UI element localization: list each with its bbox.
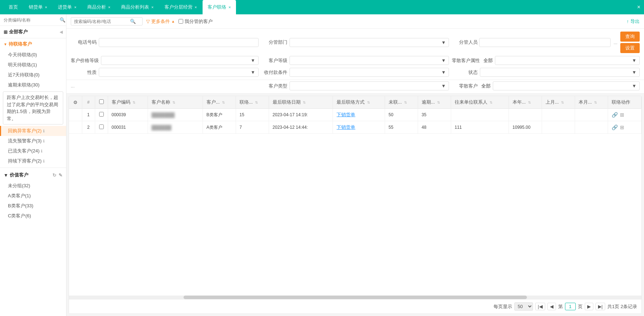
nav-tab-sales[interactable]: 销货单 × bbox=[24, 0, 52, 14]
th-name[interactable]: 客户名称 ⇅ bbox=[148, 96, 203, 109]
my-customers-checkbox[interactable] bbox=[179, 19, 183, 24]
export-btn[interactable]: ↑ 导出 bbox=[627, 18, 640, 25]
th-unpaid[interactable]: 未联... ⇅ bbox=[385, 96, 418, 109]
nav-tab-customer-tier[interactable]: 客户分层经营 × bbox=[159, 0, 202, 14]
next-page-btn[interactable]: ▶ bbox=[585, 303, 593, 310]
toolbar-search-btn[interactable]: 🔍 bbox=[130, 19, 136, 24]
action-more-1[interactable]: ⊞ bbox=[620, 112, 624, 118]
sidebar-search-input[interactable] bbox=[4, 18, 57, 23]
sidebar-item-c-class[interactable]: C类客户(6) bbox=[0, 211, 66, 221]
filter-customer-level-select[interactable]: ▼ bbox=[289, 56, 449, 65]
close-analysis-list-tab[interactable]: × bbox=[151, 5, 153, 9]
query-button[interactable]: 查询 bbox=[620, 32, 640, 42]
prev-page-btn[interactable]: ◀ bbox=[547, 303, 556, 310]
current-page[interactable]: 1 bbox=[565, 303, 576, 310]
th-last-month[interactable]: 上月... ⇅ bbox=[542, 96, 575, 109]
action-link-1[interactable]: 🔗 bbox=[612, 112, 618, 118]
export-icon: ↑ bbox=[627, 19, 629, 24]
table-horizontal-scrollbar[interactable] bbox=[69, 296, 641, 299]
sidebar-collapse-icon[interactable]: ◀ bbox=[60, 30, 62, 34]
scroll-thumb[interactable] bbox=[184, 296, 527, 299]
td-checkbox-2[interactable] bbox=[95, 121, 108, 134]
toolbar-search-box[interactable]: 🔍 bbox=[71, 17, 143, 25]
filter-gender-select[interactable]: ▼ bbox=[99, 68, 259, 77]
filter-manager-input[interactable] bbox=[479, 38, 611, 47]
th-this-month[interactable]: 本月... ⇅ bbox=[575, 96, 608, 109]
sidebar-item-7days[interactable]: 近7天待联络(0) bbox=[0, 70, 66, 80]
filter-retail-attr-select[interactable]: ▼ bbox=[495, 56, 640, 65]
row-checkbox-2[interactable] bbox=[99, 124, 104, 129]
td-last-method-1[interactable]: 下销货单 bbox=[333, 109, 385, 121]
th-overdue[interactable]: 逾期... ⇅ bbox=[418, 96, 451, 109]
filter-customer-type-select[interactable]: ▼ bbox=[289, 81, 449, 90]
customer-type-chevron: ▼ bbox=[441, 83, 446, 89]
td-year-1 bbox=[509, 109, 542, 121]
sidebar-item-overdue[interactable]: 逾期未联络(30) bbox=[0, 80, 66, 90]
sidebar-item-today[interactable]: 今天待联络(0) bbox=[0, 50, 66, 60]
td-last-method-2[interactable]: 下销货单 bbox=[333, 121, 385, 134]
table-area: ⚙ # 客户编码 ⇅ 客户名称 bbox=[69, 96, 642, 314]
pending-section-title[interactable]: ▼ 待联络客户 bbox=[0, 38, 66, 50]
filter-payment-select[interactable]: ▼ bbox=[289, 68, 449, 77]
filter-retail-customer-select[interactable]: ▼ bbox=[493, 81, 640, 90]
nav-tab-customer-contact[interactable]: 客户联络 × bbox=[203, 0, 236, 14]
sidebar-item-lost-warning[interactable]: 流失预警客户(3) ℹ bbox=[0, 136, 66, 146]
sidebar-item-a-class[interactable]: A类客户(1) bbox=[0, 191, 66, 201]
th-code[interactable]: 客户编码 ⇅ bbox=[108, 96, 148, 109]
filter-phone-input[interactable] bbox=[99, 38, 259, 47]
filter-price-level: 客户价格等级 ▼ bbox=[71, 56, 259, 65]
sidebar-item-tomorrow[interactable]: 明天待联络(1) bbox=[0, 60, 66, 70]
filter-more-btn[interactable]: ▽ 更多条件 ▲ bbox=[146, 18, 175, 25]
nav-tab-analysis-list[interactable]: 商品分析列表 × bbox=[116, 0, 158, 14]
value-customers-header[interactable]: ▼ 价值客户 ↻ ✎ bbox=[0, 169, 66, 181]
refresh-icon[interactable]: ↻ bbox=[52, 173, 56, 178]
row-checkbox-1[interactable] bbox=[99, 112, 104, 117]
th-last-contact-method[interactable]: 最后联络方式 ⇅ bbox=[333, 96, 385, 109]
filter-row4-dots[interactable]: ... bbox=[71, 83, 75, 89]
th-contact-count[interactable]: 联络... ⇅ bbox=[236, 96, 269, 109]
per-page-select[interactable]: 50 100 200 bbox=[514, 302, 533, 311]
close-customer-contact-tab[interactable]: × bbox=[228, 5, 231, 9]
close-customer-tier-tab[interactable]: × bbox=[195, 5, 197, 9]
sidebar-search-icon[interactable]: 🔍 bbox=[60, 17, 65, 23]
close-sales-tab[interactable]: × bbox=[45, 5, 47, 9]
filter-price-level-select[interactable]: ▼ bbox=[101, 56, 259, 65]
filter-dept-select[interactable]: ▼ bbox=[289, 38, 449, 47]
last-page-btn[interactable]: ▶| bbox=[596, 303, 605, 310]
th-settings[interactable]: ⚙ bbox=[69, 96, 82, 109]
th-category[interactable]: 客户... ⇅ bbox=[203, 96, 236, 109]
th-this-year[interactable]: 本年... ⇅ bbox=[509, 96, 542, 109]
my-customers-checkbox-area[interactable]: 我分管的客户 bbox=[179, 18, 213, 25]
select-all-checkbox[interactable] bbox=[99, 99, 104, 104]
nav-tab-purchase[interactable]: 进货单 × bbox=[53, 0, 81, 14]
td-checkbox-1[interactable] bbox=[95, 109, 108, 121]
nav-tab-home[interactable]: 首页 bbox=[4, 0, 23, 14]
sidebar-item-b-class[interactable]: B类客户(33) bbox=[0, 201, 66, 211]
sidebar-item-declining[interactable]: 持续下滑客户(2) ℹ bbox=[0, 156, 66, 166]
content-area: 🔍 ▽ 更多条件 ▲ 我分管的客户 ↑ 导出 电话号码 分管部 bbox=[66, 14, 644, 316]
nav-tab-analysis[interactable]: 商品分析 × bbox=[82, 0, 115, 14]
action-more-2[interactable]: ⊞ bbox=[620, 124, 624, 130]
th-unit-contacts[interactable]: 往来单位联系人 ⇅ bbox=[451, 96, 509, 109]
th-last-contact-date[interactable]: 最后联络日期 ⇅ bbox=[269, 96, 333, 109]
close-analysis-tab[interactable]: × bbox=[108, 5, 110, 9]
filter-status-select[interactable]: ▼ bbox=[480, 68, 640, 77]
td-last-date-2: 2023-04-12 14:44: bbox=[269, 121, 333, 134]
sidebar-item-repurchase-abnormal[interactable]: 回购异常客户(2) ℹ bbox=[0, 126, 66, 136]
sidebar-item-ungroup[interactable]: 未分组(32) bbox=[0, 181, 66, 191]
first-page-btn[interactable]: |◀ bbox=[535, 303, 545, 310]
td-last-month-1 bbox=[542, 109, 575, 121]
gender-chevron: ▼ bbox=[251, 70, 255, 75]
sort-icon-year: ⇅ bbox=[528, 100, 531, 104]
sidebar-all-customers[interactable]: ⊞ 全部客户 ◀ bbox=[0, 26, 66, 38]
edit-icon[interactable]: ✎ bbox=[59, 173, 62, 178]
close-all-btn[interactable]: × bbox=[637, 4, 640, 10]
manager-dots[interactable]: ... bbox=[612, 40, 619, 45]
filter-row3: 性质 ▼ 收付款条件 ▼ 状态 ▼ bbox=[66, 66, 644, 80]
settings-button[interactable]: 设置 bbox=[620, 43, 640, 53]
action-link-2[interactable]: 🔗 bbox=[612, 124, 618, 130]
sort-icon-contact: ⇅ bbox=[255, 100, 258, 104]
sidebar-item-already-lost[interactable]: 已流失客户(24) ℹ bbox=[0, 146, 66, 156]
close-purchase-tab[interactable]: × bbox=[74, 5, 76, 9]
toolbar-search-input[interactable] bbox=[74, 19, 128, 24]
